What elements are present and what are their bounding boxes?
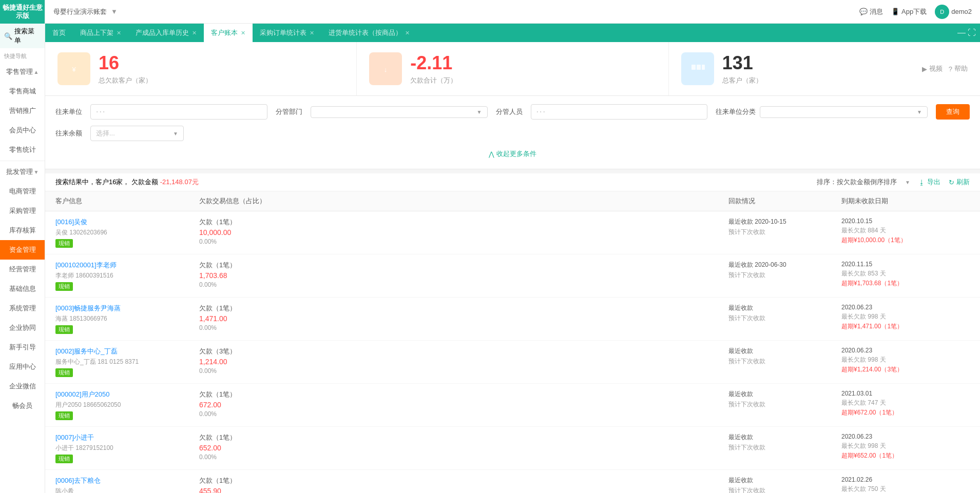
due-overdue-amount-5[interactable]: 超期¥652.00（1笔） (841, 451, 970, 460)
search-btn[interactable]: 查询 (936, 104, 970, 120)
debt-amount-0: 10,000.00 (199, 228, 728, 236)
stat-icon-money: ¥ (57, 52, 90, 85)
source-unit-input[interactable]: ··· (90, 104, 267, 120)
tab-import-stats[interactable]: 进货单统计表（按商品） ✕ (321, 24, 417, 42)
due-overdue-amount-1[interactable]: 超期¥1,703.68（1笔） (841, 279, 970, 288)
debt-percent-5: 0.00% (199, 453, 728, 461)
balance-select[interactable]: 选择... ▼ (90, 126, 184, 141)
sidebar-item-ecommerce[interactable]: 电商管理 (0, 182, 45, 201)
customer-name-2[interactable]: [0003]畅捷服务尹海蒸 (55, 304, 199, 313)
due-overdue-amount-3[interactable]: 超期¥1,214.00（3笔） (841, 365, 970, 374)
sidebar-item-capital-mgmt[interactable]: 资金管理 (0, 240, 45, 260)
debt-percent-1: 0.00% (199, 281, 728, 288)
sidebar-item-retail-stats[interactable]: 零售统计 (0, 140, 45, 160)
avatar: D (935, 5, 949, 19)
return-info-0: 最近收款 2020-10-15 预计下次收款 (728, 218, 841, 236)
debt-amount-4: 672.00 (199, 401, 728, 409)
unit-class-select[interactable]: ▼ (760, 106, 928, 118)
sidebar-item-enterprise-wechat[interactable]: 企业微信 (0, 377, 45, 396)
tabs-minimize-btn[interactable]: — (957, 28, 966, 37)
person-input[interactable]: ··· (531, 104, 708, 120)
message-btn[interactable]: 💬 消息 (859, 7, 883, 16)
customer-name-0[interactable]: [0016]吴俊 (55, 218, 199, 227)
sort-label: 排序：按欠款金额倒序排序 (817, 178, 897, 187)
customer-meta-6: 陈小希 (55, 487, 199, 493)
customer-name-6[interactable]: [0006]去下粮仓 (55, 476, 199, 485)
debt-amount-1: 1,703.68 (199, 271, 728, 280)
due-date-2: 2020.06.23 (841, 304, 970, 311)
stat-card-owing-amount: ↓ -2.11 欠款合计（万） (357, 42, 668, 95)
return-date-6: 最近收款 (728, 476, 841, 485)
due-info-2: 2020.06.23 最长欠款 998 天 超期¥1,471.00（1笔） (841, 304, 970, 331)
sidebar-divider-1 (0, 161, 45, 161)
tab-close-icon-4[interactable]: ✕ (310, 30, 314, 36)
tab-home[interactable]: 首页 (45, 24, 73, 42)
sidebar-item-member-center[interactable]: 会员中心 (0, 121, 45, 140)
sidebar-item-marketing[interactable]: 营销推广 (0, 101, 45, 121)
customer-meta-2: 海蒸 18513066976 (55, 314, 199, 323)
sidebar-item-enterprise-collab[interactable]: 企业协同 (0, 318, 45, 338)
return-info-2: 最近收款 预计下次收款 (728, 304, 841, 323)
due-overdue-days-0: 最长欠款 884 天 (841, 226, 970, 235)
due-overdue-days-1: 最长欠款 853 天 (841, 269, 970, 278)
sidebar-item-vip-member[interactable]: 畅会员 (0, 396, 45, 416)
filter-area: 往来单位 ··· 分管部门 ▼ 分管人员 ··· (45, 96, 980, 169)
sidebar-item-retail-mall[interactable]: 零售商城 (0, 82, 45, 101)
sidebar-item-new-guide[interactable]: 新手引导 (0, 338, 45, 357)
customer-name-5[interactable]: [0007]小进干 (55, 433, 199, 442)
customer-name-3[interactable]: [0002]服务中心_丁磊 (55, 347, 199, 356)
return-info-6: 最近收款 预计下次收款 (728, 476, 841, 493)
sidebar-item-system-mgmt[interactable]: 系统管理 (0, 299, 45, 318)
stat-content-2: -2.11 欠款合计（万） (410, 52, 656, 85)
due-date-3: 2020.06.23 (841, 347, 970, 354)
customer-tag-3: 现销 (55, 368, 73, 377)
table-row: [000002]用户2050 用户2050 18665062050 现销 欠款（… (45, 384, 980, 427)
video-btn[interactable]: ▶ 视频 (922, 64, 943, 73)
due-info-0: 2020.10.15 最长欠款 884 天 超期¥10,000.00（1笔） (841, 218, 970, 245)
return-date-5: 最近收款 (728, 433, 841, 442)
dept-select[interactable]: ▼ (311, 106, 488, 118)
sidebar-item-inventory[interactable]: 库存核算 (0, 221, 45, 240)
customer-tag-2: 现销 (55, 325, 73, 334)
tabs-maximize-btn[interactable]: ⛶ (968, 28, 976, 37)
due-overdue-amount-4[interactable]: 超期¥672.00（1笔） (841, 408, 970, 417)
export-btn[interactable]: ⭳ 导出 (918, 178, 940, 187)
user-avatar[interactable]: D demo2 (935, 5, 972, 19)
tab-close-icon-2[interactable]: ✕ (192, 30, 197, 36)
customer-name-1[interactable]: [0001020001]李老师 (55, 261, 199, 270)
customer-meta-5: 小进干 18279152100 (55, 444, 199, 452)
dept-label: 分管部门 (276, 107, 306, 116)
stat-icon-debt: ↓ (369, 52, 402, 85)
sidebar-item-basic-info[interactable]: 基础信息 (0, 279, 45, 299)
refresh-btn[interactable]: ↻ 刷新 (949, 178, 970, 187)
tab-customer-account[interactable]: 客户账本 ✕ (204, 24, 253, 42)
stat-content-3: 131 总客户（家） (722, 52, 914, 85)
sidebar-item-app-center[interactable]: 应用中心 (0, 357, 45, 377)
tab-purchase-order[interactable]: 采购订单统计表 ✕ (253, 24, 321, 42)
customer-name-4[interactable]: [000002]用户2050 (55, 390, 199, 399)
phone-icon: 📱 (891, 8, 899, 15)
sidebar-item-purchase-mgmt[interactable]: 采购管理 (0, 201, 45, 221)
due-overdue-amount-0[interactable]: 超期¥10,000.00（1笔） (841, 236, 970, 245)
help-btn[interactable]: ? 帮助 (949, 64, 968, 73)
company-dropdown-icon[interactable]: ▼ (111, 8, 118, 15)
debt-info-4: 欠款（1笔） 672.00 0.00% (199, 390, 728, 418)
tab-close-icon-5[interactable]: ✕ (405, 30, 410, 36)
search-menu[interactable]: 🔍 搜索菜单 (0, 24, 45, 48)
tab-close-icon[interactable]: ✕ (117, 30, 121, 36)
due-overdue-days-3: 最长欠款 998 天 (841, 356, 970, 364)
tab-close-icon-3[interactable]: ✕ (241, 30, 245, 36)
return-info-4: 最近收款 预计下次收款 (728, 390, 841, 409)
result-amount-label: 欠款金额 (131, 178, 158, 186)
sidebar-item-business-mgmt[interactable]: 经营管理 (0, 260, 45, 279)
due-overdue-amount-2[interactable]: 超期¥1,471.00（1笔） (841, 322, 970, 331)
collapse-btn[interactable]: ⋀ 收起更多条件 (489, 149, 536, 159)
tab-product-history[interactable]: 产成品入库单历史 ✕ (128, 24, 204, 42)
sidebar-item-retail-mgmt[interactable]: 零售管理 ▲ (0, 62, 45, 82)
source-unit-label: 往来单位 (55, 107, 86, 116)
app-download-btn[interactable]: 📱 App下载 (891, 7, 927, 16)
sidebar-item-batch-mgmt[interactable]: 批发管理 ▼ (0, 162, 45, 182)
search-icon: 🔍 (4, 32, 12, 40)
return-next-5: 预计下次收款 (728, 443, 841, 452)
tab-product-off[interactable]: 商品上下架 ✕ (73, 24, 128, 42)
